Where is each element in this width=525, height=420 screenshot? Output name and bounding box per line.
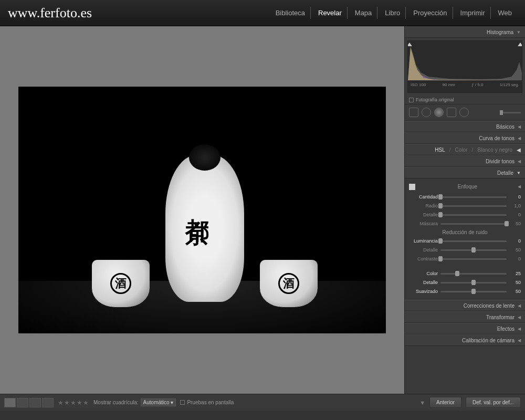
bw-tab[interactable]: Blanco y negro (477, 147, 512, 153)
panel-dividir[interactable]: Dividir tonos◀ (405, 155, 525, 167)
histo-focal: 90 mm (443, 82, 455, 87)
spot-tool-icon[interactable] (422, 108, 431, 117)
view-mode-buttons (4, 398, 54, 407)
grid-mode-select[interactable]: Automático ▾ (141, 398, 176, 406)
panel-lente[interactable]: Correcciones de lente◀ (405, 300, 525, 311)
histo-shutter: 1/125 seg. (500, 82, 519, 87)
ruido-title: Reducción de ruido (409, 229, 521, 235)
svg-marker-1 (518, 43, 522, 46)
app-header: www.ferfoto.es Biblioteca Revelar Mapa L… (0, 0, 525, 26)
nav-imprimir[interactable]: Imprimir (455, 7, 491, 19)
footer-toolbar: ★★★★★ Mostrar cuadrícula: Automático ▾ P… (0, 394, 525, 411)
crop-tool-icon[interactable] (409, 108, 418, 117)
panel-curva[interactable]: Curva de tonos◀ (405, 132, 525, 144)
color-slider[interactable] (440, 273, 507, 275)
detail-panel-body: Enfoque◀ Cantidad0 Radio1,0 Detalle0 Más… (405, 178, 525, 300)
redeye-tool-icon[interactable] (434, 108, 444, 117)
panel-detalle[interactable]: Detalle▼ (405, 167, 525, 178)
nav-proyeccion[interactable]: Proyección (408, 7, 453, 19)
hsl-tab[interactable]: HSL (435, 147, 445, 153)
panel-calibracion[interactable]: Calibración de cámara◀ (405, 334, 525, 346)
radial-tool-icon[interactable] (459, 108, 469, 117)
svg-marker-0 (408, 43, 412, 46)
mascara-slider[interactable] (440, 223, 507, 225)
histo-iso: ISO 100 (411, 82, 426, 87)
contraste-slider[interactable] (440, 258, 507, 260)
panel-transformar[interactable]: Transformar◀ (405, 311, 525, 323)
tool-slider[interactable] (500, 112, 521, 113)
gradient-tool-icon[interactable] (447, 108, 456, 117)
histogram-header[interactable]: Histograma▼ (405, 26, 525, 38)
cantidad-slider[interactable] (440, 196, 507, 198)
nav-web[interactable]: Web (493, 7, 518, 19)
view-split-icon[interactable] (42, 398, 54, 407)
histo-aperture: ƒ / 5.0 (471, 82, 483, 87)
color-detalle-slider[interactable] (440, 282, 507, 284)
photo-preview[interactable]: 京都 酒 酒 (18, 87, 386, 333)
warning-icon (409, 184, 415, 190)
detalle-slider[interactable] (440, 214, 507, 216)
photo-bottle: 京都 (165, 155, 244, 302)
nav-libro[interactable]: Libro (380, 7, 406, 19)
nav-biblioteca[interactable]: Biblioteca (270, 7, 311, 19)
color-tab[interactable]: Color (455, 147, 468, 153)
rating-stars[interactable]: ★★★★★ (58, 399, 89, 406)
previous-button[interactable]: Anterior (429, 397, 461, 408)
original-checkbox[interactable]: Fotografía original (405, 96, 525, 104)
view-loupe-icon[interactable] (4, 398, 16, 407)
panel-efectos[interactable]: Efectos◀ (405, 323, 525, 334)
local-tools (405, 104, 525, 121)
grid-label: Mostrar cuadrícula: (93, 400, 139, 405)
photo-cup-left: 酒 (92, 260, 150, 307)
panel-hsl[interactable]: HSL/ Color/ Blanco y negro ◀ (405, 144, 525, 155)
enfoque-title: Enfoque (417, 184, 518, 190)
module-nav: Biblioteca Revelar Mapa Libro Proyección… (270, 7, 517, 19)
nav-revelar[interactable]: Revelar (313, 7, 348, 19)
suavizado-slider[interactable] (440, 291, 507, 292)
view-before-after-icon[interactable] (17, 398, 28, 407)
soft-proof-checkbox[interactable]: Pruebas en pantalla (180, 400, 234, 405)
develop-panel: Histograma▼ ISO 100 90 mm ƒ / 5.0 1/125 … (404, 26, 525, 394)
brand-logo: www.ferfoto.es (8, 5, 92, 21)
histogram[interactable]: ISO 100 90 mm ƒ / 5.0 1/125 seg. (407, 40, 522, 93)
panel-basicos[interactable]: Básicos◀ (405, 121, 525, 132)
nav-mapa[interactable]: Mapa (350, 7, 378, 19)
luminancia-slider[interactable] (440, 240, 507, 242)
view-compare-icon[interactable] (29, 398, 41, 407)
canvas-area: 京都 酒 酒 (0, 26, 404, 394)
collapse-toolbar-icon[interactable]: ▼ (419, 400, 425, 406)
radio-slider[interactable] (440, 205, 507, 207)
ruido-detalle-slider[interactable] (440, 249, 507, 251)
photo-cup-right: 酒 (260, 260, 318, 307)
reset-button[interactable]: Def. val. por def... (466, 397, 521, 408)
